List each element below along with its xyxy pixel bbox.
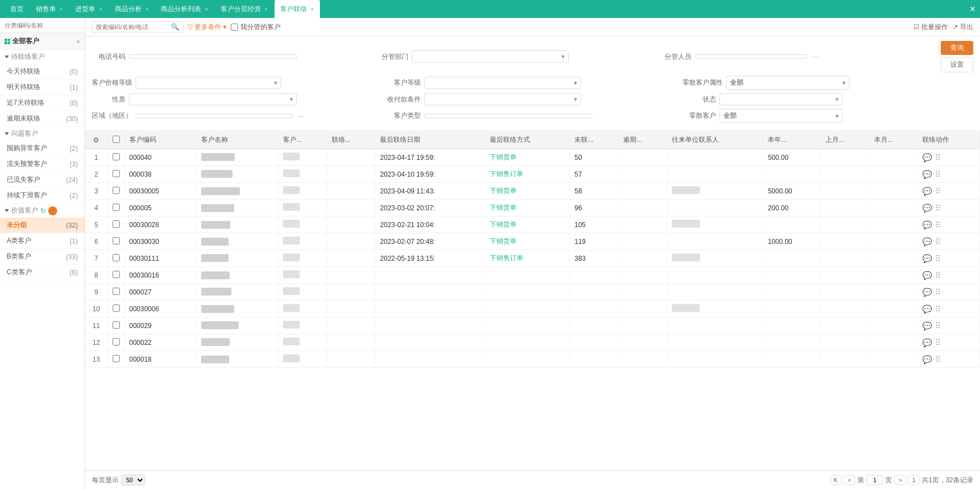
settings-icon[interactable]: ⚙ — [93, 136, 99, 144]
chat-icon[interactable]: 💬 — [922, 288, 932, 297]
sidebar-item-tomorrow[interactable]: 明天待联络 (1) — [0, 80, 85, 95]
more-action-icon[interactable]: ⠿ — [935, 338, 941, 347]
chat-icon[interactable]: 💬 — [922, 187, 932, 196]
customer-type-select[interactable] — [424, 114, 592, 118]
person-more-btn[interactable]: ··· — [810, 53, 820, 61]
last-method-link[interactable]: 下销售订单 — [490, 170, 523, 178]
more-conditions-btn[interactable]: ▽ 更多条件 ▾ — [188, 22, 226, 32]
more-action-icon[interactable]: ⠿ — [935, 170, 941, 179]
chat-icon[interactable]: 💬 — [922, 355, 932, 364]
payment-select[interactable]: ▾ — [424, 93, 581, 105]
sidebar-search-input[interactable] — [4, 22, 82, 29]
sidebar-item-overdue[interactable]: 逾期未联络 (30) — [0, 111, 85, 127]
my-customers-checkbox[interactable] — [231, 24, 238, 31]
row-checkbox[interactable] — [113, 220, 120, 228]
main-search-icon[interactable]: 🔍 — [171, 23, 179, 31]
select-all-checkbox[interactable] — [113, 136, 120, 143]
expand-icon3[interactable] — [4, 209, 9, 212]
sidebar-item-declining[interactable]: 持续下滑客户 (2) — [0, 188, 85, 204]
last-method-link[interactable]: 下销货单 — [490, 220, 517, 228]
nav-tab-sales[interactable]: 销售单 × — [30, 0, 68, 18]
row-checkbox[interactable] — [113, 305, 120, 312]
status-select[interactable]: ▾ — [719, 93, 843, 105]
sidebar-all-customers[interactable]: 全部客户 « — [0, 33, 85, 50]
chat-icon[interactable]: 💬 — [922, 237, 932, 246]
row-checkbox[interactable] — [113, 187, 120, 194]
row-checkbox[interactable] — [113, 271, 120, 278]
page-number-input[interactable] — [866, 475, 883, 485]
sidebar-item-ungrouped[interactable]: 未分组 (32) — [0, 218, 85, 233]
chat-icon[interactable]: 💬 — [922, 321, 932, 330]
row-checkbox[interactable] — [113, 355, 120, 362]
sidebar-item-churned[interactable]: 已流失客户 (24) — [0, 172, 85, 188]
expand-icon[interactable] — [4, 56, 9, 58]
chat-icon[interactable]: 💬 — [922, 220, 932, 229]
more-action-icon[interactable]: ⠿ — [935, 355, 941, 364]
row-checkbox[interactable] — [113, 170, 120, 177]
last-method-link[interactable]: 下销货单 — [490, 187, 517, 195]
person-select[interactable] — [695, 54, 807, 59]
page-size-select[interactable]: 50 — [121, 474, 145, 486]
row-checkbox[interactable] — [113, 254, 120, 261]
close-tab-customer-ops[interactable]: × — [264, 6, 268, 12]
more-action-icon[interactable]: ⠿ — [935, 271, 941, 280]
chat-icon[interactable]: 💬 — [922, 170, 932, 179]
chat-icon[interactable]: 💬 — [922, 254, 932, 263]
prev-page-btn[interactable]: < — [844, 475, 855, 485]
customer-level-select[interactable]: ▾ — [424, 77, 581, 89]
more-action-icon[interactable]: ⠿ — [935, 153, 941, 162]
close-window-button[interactable]: × — [969, 3, 976, 15]
sidebar-item-class-c[interactable]: C类客户 (6) — [0, 265, 85, 280]
last-method-link[interactable]: 下销货单 — [490, 153, 517, 161]
more-action-icon[interactable]: ⠿ — [935, 237, 941, 246]
sidebar-item-7days[interactable]: 近7天待联络 (0) — [0, 95, 85, 111]
price-level-select[interactable]: ▾ — [136, 77, 281, 89]
sidebar-item-class-b[interactable]: B类客户 (33) — [0, 249, 85, 265]
sidebar-item-churn-warning[interactable]: 流失预警客户 (3) — [0, 156, 85, 172]
row-checkbox[interactable] — [113, 288, 120, 295]
nav-tab-analysis[interactable]: 商品分析 × — [109, 0, 154, 18]
close-tab-analysis-list[interactable]: × — [205, 6, 208, 12]
chat-icon[interactable]: 💬 — [922, 204, 932, 213]
close-tab-analysis[interactable]: × — [145, 6, 148, 12]
chat-icon[interactable]: 💬 — [922, 153, 932, 162]
retail-attr-select[interactable]: 全部▾ — [726, 76, 849, 90]
last-method-link[interactable]: 下销货单 — [490, 204, 517, 211]
main-search-input[interactable] — [96, 24, 169, 30]
th-settings[interactable]: ⚙ — [85, 131, 108, 149]
nav-tab-customer-ops[interactable]: 客户分层经营 × — [215, 0, 273, 18]
nav-tab-customer-contact[interactable]: 客户联络 × — [275, 0, 319, 18]
nav-tab-analysis-list[interactable]: 商品分析列表 × — [155, 0, 213, 18]
collapse-icon[interactable]: « — [76, 38, 80, 45]
chat-icon[interactable]: 💬 — [922, 305, 932, 313]
more-action-icon[interactable]: ⠿ — [935, 220, 941, 229]
nav-home[interactable]: 首页 — [4, 0, 29, 18]
row-checkbox[interactable] — [113, 237, 120, 245]
more-action-icon[interactable]: ⠿ — [935, 204, 941, 213]
more-action-icon[interactable]: ⠿ — [935, 321, 941, 330]
export-button[interactable]: ↗ 导出 — [953, 22, 973, 32]
chat-icon[interactable]: 💬 — [922, 271, 932, 280]
last-method-link[interactable]: 下销售订单 — [490, 254, 523, 262]
batch-ops-button[interactable]: ☑ 批量操作 — [913, 22, 948, 32]
sidebar-item-today[interactable]: 今天待联络 (0) — [0, 64, 85, 80]
refresh-icon[interactable]: ↻ — [40, 207, 46, 215]
area-select[interactable] — [136, 114, 292, 118]
row-checkbox[interactable] — [113, 338, 120, 345]
more-action-icon[interactable]: ⠿ — [935, 187, 941, 196]
sidebar-item-hoarding[interactable]: 囤购异常客户 (2) — [0, 141, 85, 156]
last-method-link[interactable]: 下销货单 — [490, 237, 517, 245]
row-checkbox[interactable] — [113, 321, 120, 329]
chat-icon[interactable]: 💬 — [922, 338, 932, 347]
nature-select[interactable]: ▾ — [129, 93, 297, 105]
phone-input[interactable] — [129, 54, 297, 59]
expand-icon2[interactable] — [4, 132, 9, 135]
area-more-btn[interactable]: ··· — [296, 112, 306, 120]
retail-select[interactable]: 全部▾ — [719, 109, 843, 123]
last-page-btn[interactable]: 1 — [908, 475, 919, 485]
close-tab-customer-contact[interactable]: × — [310, 6, 314, 12]
next-page-btn[interactable]: > — [894, 475, 905, 485]
reset-button[interactable]: 设置 — [941, 57, 973, 72]
sidebar-item-class-a[interactable]: A类客户 (1) — [0, 233, 85, 249]
close-tab-purchase[interactable]: × — [99, 6, 102, 12]
